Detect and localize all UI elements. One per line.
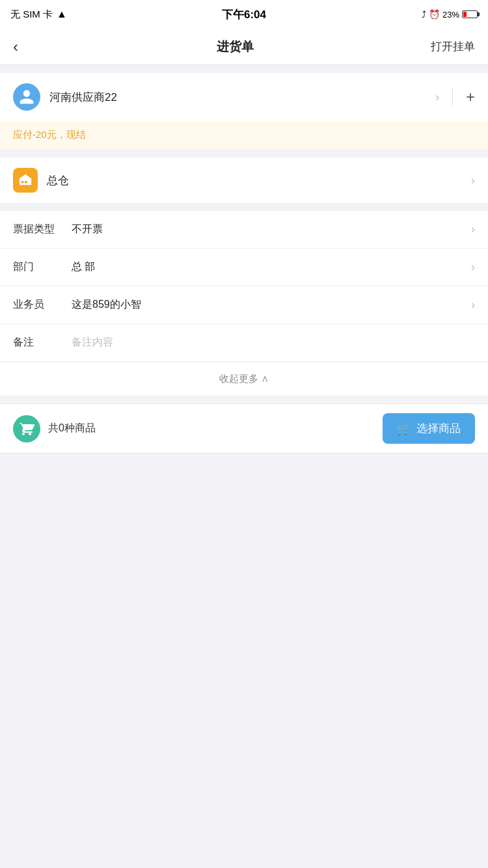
bottom-bar: 共0种商品 🛒 选择商品 bbox=[0, 403, 488, 454]
warehouse-icon bbox=[18, 173, 33, 187]
department-row[interactable]: 部门 总 部 › bbox=[0, 249, 488, 286]
form-section: 票据类型 不开票 › 部门 总 部 › 业务员 这是859的小智 › 备注 备注… bbox=[0, 211, 488, 396]
select-product-label: 选择商品 bbox=[416, 421, 461, 436]
add-supplier-button[interactable]: + bbox=[466, 88, 475, 106]
cart-icon bbox=[19, 421, 34, 437]
salesperson-row[interactable]: 业务员 这是859的小智 › bbox=[0, 286, 488, 324]
department-label: 部门 bbox=[13, 260, 65, 274]
warehouse-name: 总仓 bbox=[47, 173, 471, 188]
invoice-label: 票据类型 bbox=[13, 223, 65, 236]
nav-bar: ‹ 进货单 打开挂单 bbox=[0, 29, 488, 65]
location-icon: ⤴ bbox=[422, 9, 426, 20]
section-gap-1 bbox=[0, 65, 488, 73]
status-carrier: 无 SIM 卡 ▲ bbox=[10, 8, 67, 21]
salesperson-label: 业务员 bbox=[13, 298, 65, 312]
supplier-chevron-icon: › bbox=[435, 90, 439, 104]
battery-percent: 23% bbox=[442, 10, 459, 20]
status-right: ⤴ ⏰ 23% bbox=[422, 9, 478, 20]
section-gap-2 bbox=[0, 149, 488, 157]
cart-icon-wrap bbox=[13, 415, 40, 442]
status-bar: 无 SIM 卡 ▲ 下午6:04 ⤴ ⏰ 23% bbox=[0, 0, 488, 29]
back-button[interactable]: ‹ bbox=[13, 38, 39, 56]
remark-label: 备注 bbox=[13, 336, 65, 349]
alarm-icon: ⏰ bbox=[429, 9, 440, 20]
warehouse-icon-wrap bbox=[13, 168, 38, 193]
status-time: 下午6:04 bbox=[222, 7, 266, 22]
warehouse-row[interactable]: 总仓 › bbox=[0, 157, 488, 203]
salesperson-value: 这是859的小智 bbox=[65, 298, 471, 312]
invoice-row[interactable]: 票据类型 不开票 › bbox=[0, 211, 488, 249]
invoice-value: 不开票 bbox=[65, 223, 471, 236]
open-pending-button[interactable]: 打开挂单 bbox=[431, 39, 475, 54]
alert-banner: 应付-20元，现结 bbox=[0, 121, 488, 149]
supplier-section: 河南供应商22 › + 应付-20元，现结 bbox=[0, 73, 488, 149]
battery-icon bbox=[462, 10, 478, 18]
department-chevron-icon: › bbox=[471, 260, 475, 274]
collapse-button[interactable]: 收起更多 ∧ bbox=[219, 373, 269, 384]
select-product-button[interactable]: 🛒 选择商品 bbox=[383, 413, 475, 444]
supplier-row[interactable]: 河南供应商22 › + bbox=[0, 73, 488, 121]
page-background bbox=[0, 454, 488, 649]
department-value: 总 部 bbox=[65, 260, 471, 274]
product-count: 共0种商品 bbox=[48, 422, 383, 435]
remark-input[interactable]: 备注内容 bbox=[65, 336, 475, 349]
supplier-actions: › + bbox=[435, 87, 475, 107]
user-icon bbox=[18, 88, 35, 105]
select-product-icon: 🛒 bbox=[397, 422, 411, 436]
warehouse-chevron-icon: › bbox=[471, 174, 475, 187]
warehouse-section: 总仓 › bbox=[0, 157, 488, 203]
supplier-avatar bbox=[13, 83, 40, 111]
invoice-chevron-icon: › bbox=[471, 223, 475, 236]
remark-row[interactable]: 备注 备注内容 bbox=[0, 324, 488, 362]
section-gap-3 bbox=[0, 203, 488, 211]
collapse-row[interactable]: 收起更多 ∧ bbox=[0, 362, 488, 396]
wifi-icon: ▲ bbox=[57, 8, 67, 20]
salesperson-chevron-icon: › bbox=[471, 298, 475, 312]
supplier-divider bbox=[452, 87, 453, 107]
alert-text: 应付-20元，现结 bbox=[13, 129, 86, 140]
page-title: 进货单 bbox=[217, 38, 254, 55]
supplier-name: 河南供应商22 bbox=[49, 90, 435, 105]
